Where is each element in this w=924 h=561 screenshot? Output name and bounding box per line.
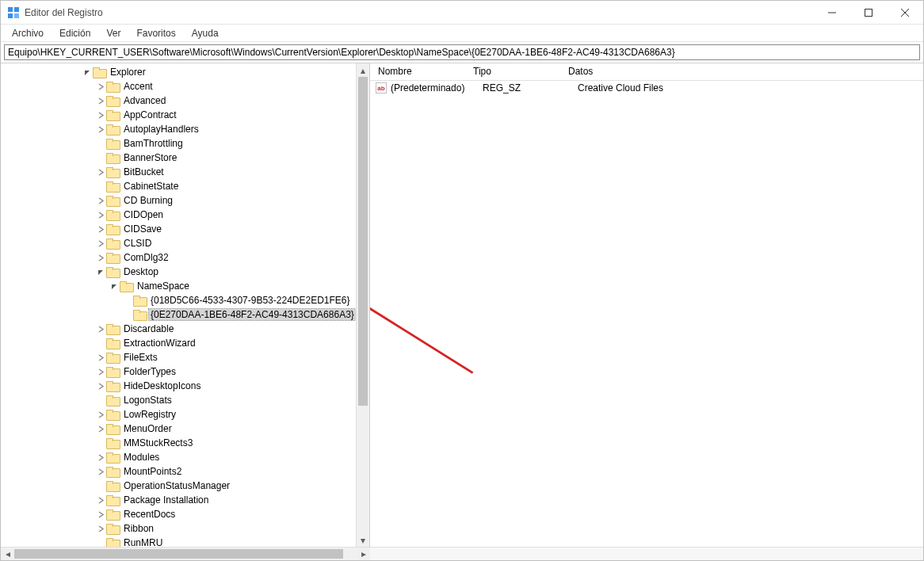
tree-node-advanced[interactable]: Advanced <box>1 94 356 108</box>
chevron-right-icon[interactable] <box>95 223 106 235</box>
folder-icon <box>106 452 119 463</box>
chevron-right-icon[interactable] <box>95 323 106 334</box>
chevron-right-icon[interactable] <box>95 366 106 377</box>
value-data: Creative Cloud Files <box>578 82 923 94</box>
chevron-down-icon[interactable] <box>82 67 93 78</box>
tree-node-packageinstallation[interactable]: Package Installation <box>1 493 356 507</box>
tree-label: Package Installation <box>122 494 210 506</box>
tree-label: CIDOpen <box>122 209 165 220</box>
menu-ver[interactable]: Ver <box>100 26 127 40</box>
chevron-right-icon[interactable] <box>95 95 106 106</box>
values-body[interactable]: ab (Predeterminado) REG_SZ Creative Clou… <box>370 81 923 547</box>
tree-node-lowregistry[interactable]: LowRegistry <box>1 407 356 422</box>
chevron-right-icon[interactable] <box>95 209 106 220</box>
chevron-down-icon[interactable] <box>109 280 120 292</box>
tree-node-desktop[interactable]: Desktop <box>1 265 356 279</box>
tree-node-runmru[interactable]: RunMRU <box>1 536 356 547</box>
column-header-datos[interactable]: Datos <box>560 63 923 80</box>
tree-node-logonstats[interactable]: LogonStats <box>1 393 356 407</box>
folder-icon <box>106 166 119 177</box>
tree-scroll-area[interactable]: Explorer AccentAdvancedAppContractAutopl… <box>1 63 356 547</box>
folder-icon <box>133 295 146 306</box>
tree-node-foldertypes[interactable]: FolderTypes <box>1 364 356 379</box>
tree-node-bamthrottling[interactable]: BamThrottling <box>1 136 356 151</box>
tree-node-discardable[interactable]: Discardable <box>1 322 356 336</box>
tree-node-hidedesktopicons[interactable]: HideDesktopIcons <box>1 379 356 393</box>
tree-node-accent[interactable]: Accent <box>1 79 356 94</box>
chevron-right-icon[interactable] <box>95 166 106 177</box>
chevron-right-icon[interactable] <box>95 81 106 92</box>
chevron-right-icon[interactable] <box>95 238 106 249</box>
tree-node-cidsave[interactable]: CIDSave <box>1 222 356 236</box>
chevron-right-icon[interactable] <box>95 109 106 120</box>
scroll-left-icon[interactable]: ◂ <box>1 548 14 560</box>
tree-node-appcontract[interactable]: AppContract <box>1 108 356 122</box>
chevron-right-icon[interactable] <box>95 124 106 135</box>
tree-label: BitBucket <box>122 166 166 177</box>
column-header-tipo[interactable]: Tipo <box>465 63 560 80</box>
maximize-button[interactable] <box>850 1 887 24</box>
tree-label: RunMRU <box>122 537 164 547</box>
scroll-down-icon[interactable]: ▾ <box>357 533 369 547</box>
chevron-right-icon[interactable] <box>95 352 106 363</box>
window-title: Editor del Registro <box>25 7 103 18</box>
tree-node-operationstatusmanager[interactable]: OperationStatusManager <box>1 479 356 493</box>
minimize-button[interactable] <box>814 1 850 24</box>
tree-node-recentdocs[interactable]: RecentDocs <box>1 507 356 521</box>
tree-node-namespace[interactable]: NameSpace <box>1 279 356 293</box>
tree-node-mmstuckrects3[interactable]: MMStuckRects3 <box>1 436 356 450</box>
scroll-up-icon[interactable]: ▴ <box>357 63 369 77</box>
svg-rect-5 <box>865 9 872 16</box>
annotation-arrow <box>370 81 923 547</box>
tree-horizontal-scrollbar[interactable]: ◂ ▸ <box>1 547 370 560</box>
menu-edicion[interactable]: Edición <box>53 26 97 40</box>
column-header-nombre[interactable]: Nombre <box>370 63 465 80</box>
tree-node-menuorder[interactable]: MenuOrder <box>1 422 356 436</box>
chevron-right-icon[interactable] <box>95 380 106 391</box>
tree-node-mountpoints2[interactable]: MountPoints2 <box>1 464 356 479</box>
menu-ayuda[interactable]: Ayuda <box>185 26 225 40</box>
tree-node-cabinetstate[interactable]: CabinetState <box>1 179 356 193</box>
tree-node-ns_guid1[interactable]: {018D5C66-4533-4307-9B53-224DE2ED1FE6} <box>1 293 356 307</box>
tree-node-cdburning[interactable]: CD Burning <box>1 193 356 208</box>
close-button[interactable] <box>887 1 923 24</box>
tree-node-autoplayhandlers[interactable]: AutoplayHandlers <box>1 122 356 136</box>
tree-node-extractionwizard[interactable]: ExtractionWizard <box>1 336 356 350</box>
tree-label: Discardable <box>122 323 175 334</box>
tree-label: Advanced <box>122 95 167 106</box>
folder-icon <box>106 423 119 434</box>
svg-rect-0 <box>8 7 13 12</box>
tree-node-ribbon[interactable]: Ribbon <box>1 521 356 536</box>
tree-label: {018D5C66-4533-4307-9B53-224DE2ED1FE6} <box>149 295 352 306</box>
chevron-right-icon[interactable] <box>95 523 106 534</box>
folder-icon <box>106 181 119 192</box>
tree-node-modules[interactable]: Modules <box>1 450 356 464</box>
chevron-right-icon[interactable] <box>95 466 106 477</box>
tree-node-comdlg32[interactable]: ComDlg32 <box>1 250 356 265</box>
tree-node-clsid[interactable]: CLSID <box>1 236 356 250</box>
chevron-right-icon[interactable] <box>95 452 106 463</box>
folder-icon <box>106 109 119 120</box>
tree-node-cidopen[interactable]: CIDOpen <box>1 208 356 222</box>
tree-node-fileexts[interactable]: FileExts <box>1 350 356 364</box>
chevron-right-icon[interactable] <box>95 409 106 420</box>
tree-node-bitbucket[interactable]: BitBucket <box>1 165 356 179</box>
folder-icon <box>133 309 146 320</box>
menu-archivo[interactable]: Archivo <box>6 26 50 40</box>
chevron-right-icon[interactable] <box>95 423 106 434</box>
chevron-right-icon[interactable] <box>95 195 106 206</box>
chevron-down-icon[interactable] <box>95 266 106 277</box>
menu-favoritos[interactable]: Favoritos <box>130 26 181 40</box>
tree-node-bannerstore[interactable]: BannerStore <box>1 151 356 165</box>
tree-node-explorer[interactable]: Explorer <box>1 65 356 79</box>
tree-vertical-scrollbar[interactable]: ▴ ▾ <box>356 63 369 547</box>
chevron-right-icon[interactable] <box>95 252 106 263</box>
folder-icon <box>106 380 119 391</box>
address-input[interactable] <box>4 44 920 60</box>
tree-node-ns_guid2[interactable]: {0E270DAA-1BE6-48F2-AC49-4313CDA686A3} <box>1 307 356 322</box>
chevron-right-icon[interactable] <box>95 509 106 520</box>
folder-icon <box>106 437 119 448</box>
value-row[interactable]: ab (Predeterminado) REG_SZ Creative Clou… <box>370 81 923 95</box>
chevron-right-icon[interactable] <box>95 494 106 506</box>
scroll-right-icon[interactable]: ▸ <box>357 548 370 560</box>
